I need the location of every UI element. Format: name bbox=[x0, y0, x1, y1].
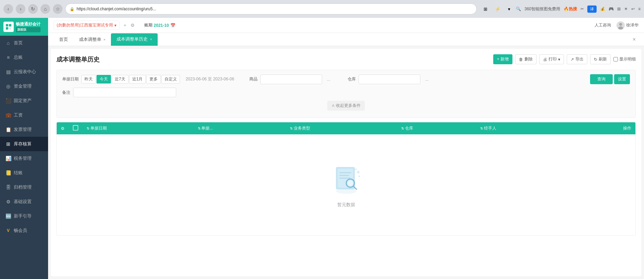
tab-cost-adjust-history-close[interactable]: × bbox=[150, 37, 152, 41]
sidebar-logo: 畅捷通好会计 旗舰版 bbox=[0, 18, 48, 36]
sidebar-item-funds[interactable]: ◎ 资金管理 bbox=[0, 79, 48, 93]
show-cols-checkbox-input[interactable] bbox=[613, 57, 618, 62]
hot-search[interactable]: 🔥热搜 bbox=[564, 6, 577, 12]
brightness-icon[interactable]: ☀ bbox=[624, 7, 628, 11]
col-number-label: 单据... bbox=[201, 126, 213, 131]
home-button[interactable]: ⌂ bbox=[41, 4, 50, 14]
svg-rect-0 bbox=[6, 24, 8, 26]
sidebar-label-inventory: 库存核算 bbox=[14, 141, 32, 147]
date-btn-more[interactable]: 更多 bbox=[146, 75, 161, 83]
refresh-button[interactable]: ↻ 刷新 bbox=[590, 54, 611, 64]
tab-cost-adjust-close[interactable]: × bbox=[103, 37, 105, 42]
apps-icon[interactable]: ⊞ bbox=[617, 7, 621, 11]
sidebar-item-reports[interactable]: ▤ 云报表中心 bbox=[0, 65, 48, 79]
filter-action-btns: 查询 设置 bbox=[590, 74, 630, 84]
assets-icon: ⬛ bbox=[5, 98, 11, 103]
table-header: ⚙ 单据日期 单据... 业务 bbox=[57, 122, 635, 134]
sidebar-item-inventory[interactable]: ⊞ 库存核算 bbox=[0, 137, 48, 151]
export-button[interactable]: ↗ 导出 bbox=[567, 54, 587, 64]
address-bar[interactable]: 🔒 https://cloud.chanjet.com/accounting/u… bbox=[65, 3, 477, 14]
page-title: 成本调整单历史 bbox=[56, 55, 100, 64]
select-all-checkbox[interactable] bbox=[73, 125, 78, 131]
empty-state: 暂元数据 bbox=[57, 134, 635, 235]
sidebar-item-tax[interactable]: 📊 税务管理 bbox=[0, 151, 48, 166]
sidebar-item-invoice[interactable]: 📋 发票管理 bbox=[0, 122, 48, 137]
date-filter-btns: 昨天 今天 近7天 近1月 更多 自定义 bbox=[81, 75, 180, 83]
tab-bar-right: × bbox=[630, 36, 639, 43]
sidebar-item-guide[interactable]: 🆕 新手引导 bbox=[0, 209, 48, 223]
sidebar-item-close[interactable]: 📒 结账 bbox=[0, 166, 48, 180]
sidebar-item-salary[interactable]: 💼 工资 bbox=[0, 108, 48, 122]
scissors-icon[interactable]: ✂ bbox=[580, 7, 584, 11]
tab-cost-adjust[interactable]: 成本调整单 × bbox=[74, 34, 111, 45]
date-btn-today[interactable]: 今天 bbox=[97, 75, 111, 83]
tab-home[interactable]: 首页 bbox=[54, 34, 74, 45]
add-company-btn[interactable]: + bbox=[124, 23, 126, 28]
delete-button[interactable]: 🗑 删除 bbox=[515, 54, 536, 64]
goods-ellipsis-btn[interactable]: ... bbox=[325, 76, 332, 82]
query-button[interactable]: 查询 bbox=[590, 74, 613, 84]
menu-icon[interactable]: ≡ bbox=[638, 7, 641, 11]
svg-point-16 bbox=[357, 171, 360, 174]
service-link[interactable]: 人工咨询 bbox=[595, 22, 611, 28]
filter-settings-button[interactable]: 设置 bbox=[614, 74, 630, 84]
svg-point-17 bbox=[358, 176, 360, 177]
bookmark-button[interactable]: ☆ bbox=[53, 4, 63, 14]
grid-button[interactable]: ⊞ bbox=[481, 5, 490, 13]
sidebar-item-archive[interactable]: 🗄 归档管理 bbox=[0, 180, 48, 194]
tab-cost-adjust-history[interactable]: 成本调整单历史 × bbox=[111, 33, 157, 46]
new-button[interactable]: + 新增 bbox=[493, 54, 512, 64]
tab-home-label: 首页 bbox=[59, 36, 68, 43]
sidebar-item-ledger[interactable]: ≡ 总账 bbox=[0, 50, 48, 65]
filter-remarks-input[interactable] bbox=[73, 88, 176, 97]
company-selector[interactable]: (勿删勿禁用)江西服宝测试专用 ▾ bbox=[54, 21, 120, 30]
print-button[interactable]: 🖨 打印 ▾ bbox=[539, 54, 564, 64]
filter-goods-input[interactable] bbox=[260, 75, 322, 84]
collapse-button[interactable]: ∧ 收起更多条件 bbox=[327, 101, 365, 111]
col-type[interactable]: 业务类型 bbox=[286, 122, 397, 134]
ledger-icon: ≡ bbox=[5, 55, 11, 60]
date-btn-7days[interactable]: 近7天 bbox=[112, 75, 128, 83]
dropdown-button[interactable]: ▾ bbox=[505, 5, 513, 13]
user-info[interactable]: 徐泽华 bbox=[617, 21, 639, 30]
back-button[interactable]: ‹ bbox=[3, 4, 13, 14]
filter-warehouse-input[interactable] bbox=[359, 75, 420, 84]
game-icon[interactable]: 🎮 bbox=[609, 7, 614, 11]
col-warehouse[interactable]: 仓库 bbox=[397, 122, 476, 134]
sidebar-label-invoice: 发票管理 bbox=[14, 126, 32, 133]
col-settings[interactable]: ⚙ bbox=[57, 122, 69, 134]
sidebar-item-settings[interactable]: ⚙ 基础设置 bbox=[0, 194, 48, 209]
sidebar-label-close: 结账 bbox=[14, 170, 23, 176]
close-all-btn[interactable]: × bbox=[630, 36, 639, 43]
table-settings-icon[interactable]: ⚙ bbox=[61, 126, 65, 131]
logo-text-block: 畅捷通好会计 旗舰版 bbox=[16, 21, 41, 32]
forward-button[interactable]: › bbox=[16, 4, 25, 14]
reload-button[interactable]: ↻ bbox=[28, 4, 38, 14]
date-btn-yesterday[interactable]: 昨天 bbox=[81, 75, 96, 83]
show-cols-toggle[interactable]: 显示明细 bbox=[613, 56, 636, 62]
col-checkbox[interactable] bbox=[69, 122, 82, 134]
settings-gear-icon[interactable]: ⚙ bbox=[131, 23, 135, 28]
collapse-section: ∧ 收起更多条件 bbox=[62, 101, 630, 111]
archive-icon: 🗄 bbox=[5, 185, 11, 190]
logo-icon bbox=[3, 22, 14, 32]
col-handler[interactable]: 经手人 bbox=[476, 122, 571, 134]
sidebar-item-assets[interactable]: ⬛ 固定资产 bbox=[0, 93, 48, 108]
col-number[interactable]: 单据... bbox=[194, 122, 286, 134]
wallet-icon[interactable]: 💰 bbox=[600, 7, 605, 11]
logo-main-text: 畅捷通好会计 bbox=[16, 21, 41, 27]
warehouse-ellipsis-btn[interactable]: ... bbox=[423, 76, 431, 82]
sidebar-item-home[interactable]: ⌂ 首页 bbox=[0, 36, 48, 50]
col-date[interactable]: 单据日期 bbox=[82, 122, 194, 134]
calendar-icon[interactable]: 📅 bbox=[170, 23, 176, 28]
sidebar-item-member[interactable]: V 畅会员 bbox=[0, 223, 48, 238]
translate-button[interactable]: 译 bbox=[587, 5, 597, 13]
undo-icon[interactable]: ↩ bbox=[631, 7, 635, 11]
date-btn-1month[interactable]: 近1月 bbox=[129, 75, 146, 83]
col-actions-label: 操作 bbox=[623, 126, 631, 131]
date-btn-custom[interactable]: 自定义 bbox=[161, 75, 180, 83]
lightning-button[interactable]: ⚡ bbox=[492, 5, 503, 13]
funds-icon: ◎ bbox=[5, 83, 11, 89]
filter-warehouse-label: 仓库 bbox=[348, 76, 356, 82]
company-name: (勿删勿禁用)江西服宝测试专用 bbox=[57, 22, 113, 28]
